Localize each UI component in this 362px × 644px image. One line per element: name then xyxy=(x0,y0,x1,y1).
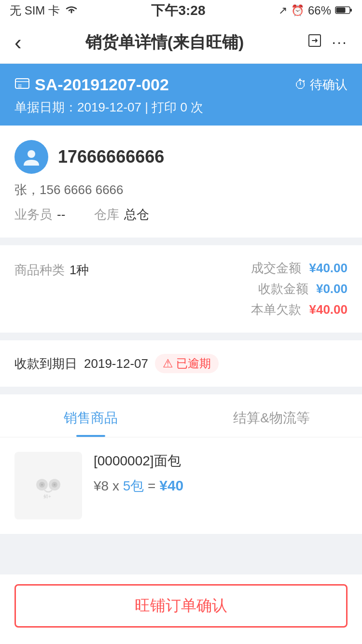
product-info: [0000002]面包 ¥8 x 5包 = ¥40 xyxy=(94,452,348,519)
equals-sign: = xyxy=(148,478,159,493)
status-time: 下午3:28 xyxy=(151,1,205,20)
status-bar: 无 SIM 卡 下午3:28 ↗ ⏰ 66% xyxy=(0,0,362,21)
order-date: 单据日期：2019-12-07 | 打印 0 次 xyxy=(14,99,348,116)
share-icon[interactable] xyxy=(307,33,322,51)
customer-phone: 17666666666 xyxy=(58,147,164,167)
owing-value: ¥40.00 xyxy=(309,302,348,317)
amount-value: ¥40.00 xyxy=(309,261,348,276)
owing-label: 本单欠款 xyxy=(251,301,301,318)
product-total: ¥40 xyxy=(159,477,183,493)
summary-right: 成交金额 ¥40.00 收款金额 ¥0.00 本单欠款 ¥40.00 xyxy=(251,260,348,318)
order-status: ⏱ 待确认 xyxy=(294,76,348,93)
tabs: 销售商品 结算&物流等 xyxy=(0,394,362,437)
overdue-text: 已逾期 xyxy=(176,356,211,371)
status-right: ↗ ⏰ 66% xyxy=(278,4,352,17)
back-button[interactable]: ‹ xyxy=(14,30,22,55)
order-header: SA-20191207-002 ⏱ 待确认 单据日期：2019-12-07 | … xyxy=(0,64,362,126)
svg-rect-1 xyxy=(350,9,352,12)
received-label: 收款金额 xyxy=(258,280,308,297)
svg-point-5 xyxy=(28,150,35,158)
more-icon[interactable]: ··· xyxy=(332,33,348,51)
customer-card: 17666666666 张，156 6666 6666 业务员 -- 仓库 总仓 xyxy=(0,126,362,238)
type-label: 商品种类 xyxy=(14,262,65,279)
order-icon xyxy=(14,75,30,94)
overdue-badge: ⚠ 已逾期 xyxy=(155,354,219,373)
customer-name: 张，156 6666 6666 xyxy=(14,182,348,198)
svg-point-11 xyxy=(54,484,56,486)
received-value: ¥0.00 xyxy=(316,281,348,296)
battery-icon xyxy=(335,4,352,17)
avatar xyxy=(14,140,48,174)
svg-rect-2 xyxy=(336,8,345,13)
product-qty: 5包 xyxy=(123,478,144,493)
tab-sales-products[interactable]: 销售商品 xyxy=(0,394,181,437)
carrier-label: 无 SIM 卡 xyxy=(10,3,60,18)
svg-text:鲜+: 鲜+ xyxy=(43,494,51,499)
due-label: 收款到期日 xyxy=(14,355,77,372)
due-date: 2019-12-07 xyxy=(84,356,148,371)
product-image: 鲜+ xyxy=(14,452,82,519)
nav-actions: ··· xyxy=(307,33,348,51)
product-card: 鲜+ [0000002]面包 ¥8 x 5包 = ¥40 xyxy=(0,437,362,534)
order-id: SA-20191207-002 xyxy=(14,75,169,94)
warehouse-label: 仓库 xyxy=(94,206,119,223)
sales-label: 业务员 xyxy=(14,206,52,223)
summary-card: 商品种类 1种 成交金额 ¥40.00 收款金额 ¥0.00 本单欠款 ¥40.… xyxy=(0,245,362,333)
multiply-sign: x xyxy=(112,478,123,493)
warehouse-value: 总仓 xyxy=(124,206,149,223)
product-name: [0000002]面包 xyxy=(94,452,348,470)
sales-value: -- xyxy=(57,207,65,222)
tab-settlement-logistics[interactable]: 结算&物流等 xyxy=(181,394,362,437)
price-value: ¥8 xyxy=(94,478,109,493)
alert-icon: ⚠ xyxy=(163,357,173,370)
svg-point-10 xyxy=(41,484,43,486)
wifi-icon xyxy=(65,4,78,17)
alarm-icon: ⏰ xyxy=(291,4,304,17)
clock-icon: ⏱ xyxy=(294,77,307,92)
product-price: ¥8 x 5包 = ¥40 xyxy=(94,477,348,495)
bottom-bar: 旺铺订单确认 xyxy=(0,574,362,644)
svg-rect-4 xyxy=(15,79,29,88)
status-left: 无 SIM 卡 xyxy=(10,3,78,18)
type-value: 1种 xyxy=(70,262,89,279)
battery-label: 66% xyxy=(308,4,331,17)
customer-meta: 业务员 -- 仓库 总仓 xyxy=(14,206,348,223)
location-icon: ↗ xyxy=(278,4,287,17)
confirm-order-button[interactable]: 旺铺订单确认 xyxy=(14,584,348,628)
due-date-card: 收款到期日 2019-12-07 ⚠ 已逾期 xyxy=(0,340,362,387)
nav-bar: ‹ 销货单详情(来自旺铺) ··· xyxy=(0,21,362,64)
amount-label: 成交金额 xyxy=(251,260,301,277)
page-title: 销货单详情(来自旺铺) xyxy=(85,31,244,54)
